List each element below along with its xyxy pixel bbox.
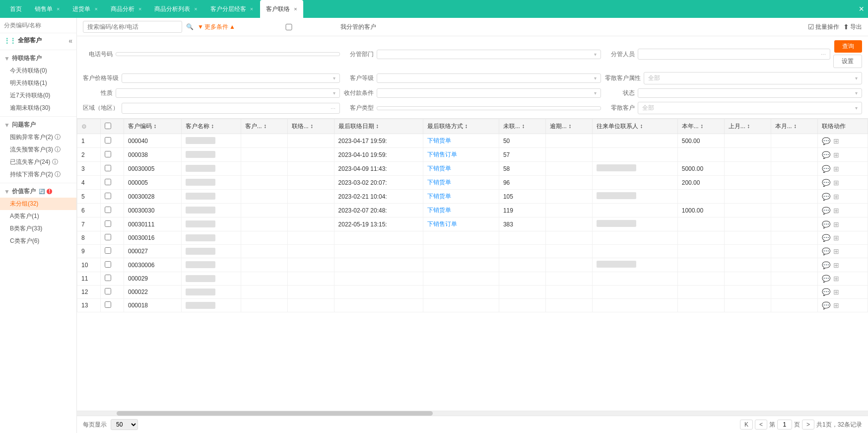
grid-icon[interactable]: ⊞ [833, 234, 839, 242]
sidebar-item-7days[interactable]: 近7天待联络(0) [0, 89, 76, 102]
filter-input-manager[interactable]: ··· [638, 49, 830, 60]
sidebar-item-today[interactable]: 今天待联络(0) [0, 65, 76, 77]
grid-icon[interactable]: ⊞ [833, 275, 839, 283]
nav-tab-sales-close[interactable]: × [57, 6, 60, 12]
sidebar-item-class-a[interactable]: A类客户(1) [0, 210, 76, 222]
th-this-year[interactable]: 本年... ↕ [677, 119, 724, 134]
row-checkbox[interactable] [105, 247, 111, 254]
page-next-button[interactable]: > [802, 420, 814, 430]
row-checkbox[interactable] [105, 261, 111, 268]
th-this-month[interactable]: 本月... ↕ [771, 119, 817, 134]
message-icon[interactable]: 💬 [822, 179, 830, 187]
message-icon[interactable]: 💬 [822, 288, 830, 296]
grid-icon[interactable]: ⊞ [833, 261, 839, 269]
grid-icon[interactable]: ⊞ [833, 137, 839, 145]
message-icon[interactable]: 💬 [822, 301, 830, 309]
nav-tab-customer-layer[interactable]: 客户分层经客 × [204, 0, 259, 18]
th-checkbox[interactable] [101, 119, 124, 134]
message-icon[interactable]: 💬 [822, 234, 830, 242]
last-type-link[interactable]: 下销售订单 [427, 151, 457, 158]
select-all-checkbox[interactable] [105, 123, 111, 129]
sidebar-item-ungroup[interactable]: 未分组(32) [0, 198, 76, 210]
grid-icon[interactable]: ⊞ [833, 193, 839, 201]
search-icon[interactable]: 🔍 [186, 23, 194, 30]
export-button[interactable]: ⬆ 导出 [843, 23, 862, 31]
last-type-link[interactable]: 下销货单 [427, 179, 451, 186]
batch-op-button[interactable]: ☑ 批量操作 [808, 23, 839, 31]
last-type-link[interactable]: 下销货单 [427, 165, 451, 172]
th-type[interactable]: 客户... ↕ [241, 119, 287, 134]
row-checkbox[interactable] [105, 207, 111, 213]
th-unit-contact[interactable]: 往来单位联系人 ↕ [592, 119, 677, 134]
page-first-button[interactable]: K [740, 420, 753, 430]
last-type-link[interactable]: 下销货单 [427, 207, 451, 214]
th-last-type[interactable]: 最后联络方式 ↕ [423, 119, 499, 134]
last-type-link[interactable]: 下销货单 [427, 193, 451, 200]
filter-input-region[interactable]: ··· [122, 103, 340, 114]
row-checkbox[interactable] [105, 234, 111, 240]
filter-input-scatter-cust[interactable]: 全部 ▾ [638, 102, 862, 114]
grid-icon[interactable]: ⊞ [833, 151, 839, 159]
sidebar-item-abnormal[interactable]: 囤购异常客户(2) ⓘ [0, 131, 76, 144]
filter-input-payment[interactable]: ▾ [377, 88, 601, 98]
filter-input-phone[interactable] [116, 52, 340, 56]
filter-input-cust-type[interactable] [377, 106, 601, 110]
per-page-select[interactable]: 50 100 [111, 419, 138, 430]
filter-input-scatter-attr[interactable]: 全部 ▾ [644, 72, 862, 84]
sidebar-item-tomorrow[interactable]: 明天待联络(1) [0, 77, 76, 89]
my-customers-check[interactable] [239, 24, 338, 30]
query-button[interactable]: 查询 [834, 40, 862, 53]
grid-icon[interactable]: ⊞ [833, 288, 839, 296]
sidebar-search-input[interactable] [4, 22, 77, 29]
grid-icon[interactable]: ⊞ [833, 247, 839, 255]
row-checkbox[interactable] [105, 220, 111, 227]
message-icon[interactable]: 💬 [822, 151, 830, 159]
filter-input-status[interactable]: ▾ [638, 88, 862, 98]
th-contact[interactable]: 联络... ↕ [287, 119, 334, 134]
nav-tab-analysis-list[interactable]: 商品分析列表 × [148, 0, 203, 18]
sidebar-item-churned[interactable]: 已流失客户(24) ⓘ [0, 156, 76, 168]
sidebar-item-overdue[interactable]: 逾期未联络(30) [0, 102, 76, 114]
my-customers-checkbox[interactable]: 我分管的客户 [239, 23, 376, 31]
page-prev-button[interactable]: < [755, 420, 767, 430]
row-checkbox[interactable] [105, 193, 111, 199]
filter-input-nature[interactable]: ▾ [116, 88, 340, 98]
reset-button[interactable]: 设置 [833, 55, 862, 68]
nav-tab-purchase-close[interactable]: × [94, 6, 97, 12]
filter-input-cust-level[interactable]: ▾ [377, 73, 601, 83]
more-conditions-button[interactable]: ▼ 更多条件 ▲ [198, 23, 235, 31]
all-customers-header[interactable]: ⋮⋮ 全部客户 « [0, 33, 76, 48]
nav-tab-purchase[interactable]: 进货单 × [67, 0, 103, 18]
window-close-icon[interactable]: × [859, 4, 864, 14]
th-overdue[interactable]: 逾期... ↕ [545, 119, 592, 134]
filter-input-dept[interactable]: ▾ [377, 50, 601, 59]
th-unlinked[interactable]: 未联... ↕ [499, 119, 545, 134]
row-checkbox[interactable] [105, 137, 111, 144]
row-checkbox[interactable] [105, 165, 111, 171]
row-checkbox[interactable] [105, 288, 111, 294]
grid-icon[interactable]: ⊞ [833, 165, 839, 173]
row-checkbox[interactable] [105, 151, 111, 157]
th-settings[interactable]: ⚙ [77, 119, 101, 134]
grid-icon[interactable]: ⊞ [833, 220, 839, 228]
th-last-date[interactable]: 最后联络日期 ↕ [334, 119, 423, 134]
row-checkbox[interactable] [105, 275, 111, 281]
message-icon[interactable]: 💬 [822, 207, 830, 215]
message-icon[interactable]: 💬 [822, 137, 830, 145]
grid-icon[interactable]: ⊞ [833, 179, 839, 187]
search-input[interactable] [83, 21, 182, 33]
message-icon[interactable]: 💬 [822, 261, 830, 269]
message-icon[interactable]: 💬 [822, 220, 830, 228]
sidebar-item-declining[interactable]: 持续下滑客户(2) ⓘ [0, 168, 76, 181]
message-icon[interactable]: 💬 [822, 165, 830, 173]
th-last-month[interactable]: 上月... ↕ [724, 119, 771, 134]
nav-tab-analysis-close[interactable]: × [138, 6, 141, 12]
nav-tab-home[interactable]: 首页 [4, 0, 28, 18]
message-icon[interactable]: 💬 [822, 247, 830, 255]
th-name[interactable]: 客户名称 ↕ [181, 119, 241, 134]
last-type-link[interactable]: 下销售订单 [427, 220, 457, 227]
nav-tab-customer-contact[interactable]: 客户联络 × [260, 0, 303, 18]
sidebar-collapse-icon[interactable]: « [68, 37, 72, 45]
row-checkbox[interactable] [105, 301, 111, 308]
row-checkbox[interactable] [105, 179, 111, 185]
